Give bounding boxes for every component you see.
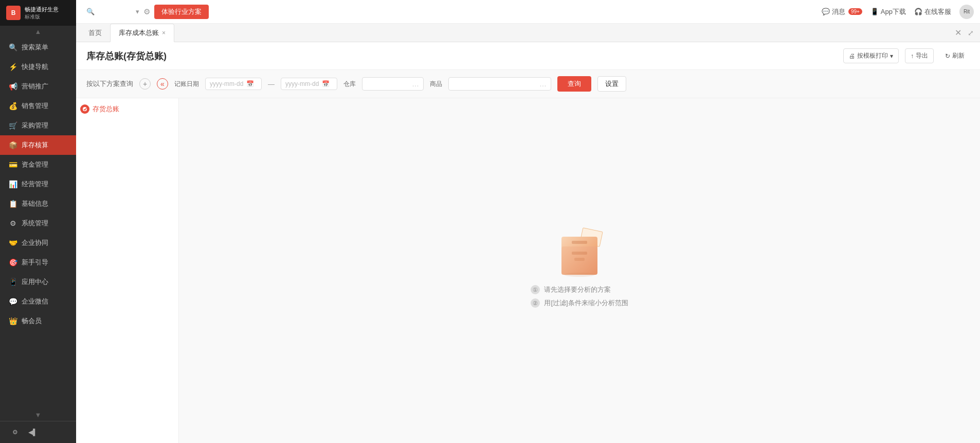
- empty-state: ① 请先选择要分析的方案 ② 用[过滤]条件来缩小分析范围: [179, 98, 980, 443]
- page-content: 库存总账(存货总账) 🖨 按模板打印 ▾ ↑ 导出 ↻ 刷新 按以下方案查询: [76, 42, 980, 443]
- scroll-up-btn[interactable]: ▲: [0, 26, 76, 38]
- calendar-from-icon: 📅: [246, 80, 254, 87]
- empty-box-shadow: [564, 273, 595, 277]
- sidebar-item-quicknav[interactable]: ⚡ 快捷导航: [0, 57, 76, 77]
- sidebar-footer: ⚙ ◀▌: [0, 421, 76, 443]
- topbar-search[interactable]: 🔍: [82, 6, 132, 17]
- sidebar-item-system[interactable]: ⚙ 系统管理: [0, 214, 76, 233]
- page-title: 库存总账(存货总账): [86, 50, 167, 62]
- basic-icon: 📋: [8, 199, 17, 208]
- empty-hint-1: ① 请先选择要分析的方案: [531, 285, 628, 294]
- tab-close-btn[interactable]: ×: [162, 29, 166, 37]
- app-download-btn[interactable]: 📱 App下载: [870, 7, 906, 16]
- sidebar-item-basic[interactable]: 📋 基础信息: [0, 194, 76, 214]
- refresh-btn[interactable]: ↻ 刷新: [940, 49, 970, 63]
- message-btn[interactable]: 💬 消息 99+: [822, 7, 862, 16]
- print-dropdown-icon: ▾: [890, 52, 893, 60]
- export-btn[interactable]: ↑ 导出: [905, 48, 934, 63]
- date-range-label: 记账日期: [174, 80, 199, 88]
- date-separator: —: [268, 80, 275, 88]
- purchase-icon: 🛒: [8, 121, 17, 130]
- sidebar-item-operations[interactable]: 📊 经营管理: [0, 174, 76, 194]
- marketing-icon: 📢: [8, 82, 17, 91]
- expand-btn[interactable]: ⤢: [966, 29, 976, 37]
- body-row: 存货总账: [76, 98, 980, 443]
- enterprise-icon: 🤝: [8, 238, 17, 247]
- scheme-icon: [80, 104, 89, 114]
- warehouse-label: 仓库: [343, 80, 356, 88]
- export-icon: ↑: [911, 52, 914, 60]
- goods-more-icon: …: [539, 80, 547, 88]
- settings-footer-btn[interactable]: ⚙: [8, 427, 24, 438]
- print-btn[interactable]: 🖨 按模板打印 ▾: [843, 48, 899, 63]
- sidebar-item-marketing[interactable]: 📢 营销推广: [0, 77, 76, 96]
- message-badge: 99+: [848, 8, 862, 15]
- side-panel-scroll: 存货总账: [76, 98, 178, 443]
- close-global-btn[interactable]: ✕: [951, 28, 966, 38]
- goods-select[interactable]: …: [448, 77, 551, 91]
- scroll-down-btn[interactable]: ▼: [0, 409, 76, 421]
- print-icon: 🖨: [849, 52, 855, 60]
- headset-icon: 🎧: [914, 8, 922, 15]
- operations-icon: 📊: [8, 180, 17, 189]
- app-download-icon: 📱: [870, 8, 879, 15]
- filter-collapse-btn[interactable]: «: [157, 78, 168, 90]
- topbar-dropdown-btn[interactable]: ▾: [136, 8, 139, 15]
- refresh-icon: ↻: [945, 52, 950, 60]
- system-icon: ⚙: [8, 219, 17, 228]
- tab-inventory-ledger[interactable]: 库存成本总账 ×: [110, 24, 174, 42]
- search-icon: 🔍: [8, 43, 17, 52]
- sidebar-item-apps[interactable]: 📱 应用中心: [0, 272, 76, 292]
- sidebar-item-inventory[interactable]: 📦 库存核算: [0, 135, 76, 155]
- filter-label: 按以下方案查询: [86, 79, 133, 88]
- sidebar-item-enterprise[interactable]: 🤝 企业协同: [0, 233, 76, 253]
- calendar-to-icon: 📅: [322, 80, 330, 87]
- page-header: 库存总账(存货总账) 🖨 按模板打印 ▾ ↑ 导出 ↻ 刷新: [76, 42, 980, 70]
- empty-hints: ① 请先选择要分析的方案 ② 用[过滤]条件来缩小分析范围: [531, 285, 628, 308]
- member-icon: 👑: [8, 316, 17, 326]
- query-button[interactable]: 查询: [557, 76, 591, 92]
- empty-hint-2: ② 用[过滤]条件来缩小分析范围: [531, 298, 628, 308]
- sidebar-item-sales[interactable]: 💰 销售管理: [0, 96, 76, 116]
- sales-icon: 💰: [8, 101, 17, 111]
- filter-add-btn[interactable]: +: [139, 78, 151, 90]
- empty-box: [556, 234, 603, 275]
- user-avatar[interactable]: Rit: [959, 5, 974, 19]
- wechat-icon: 💬: [8, 297, 17, 306]
- topbar-settings-btn[interactable]: ⚙: [143, 7, 150, 16]
- settings-button[interactable]: 设置: [597, 76, 626, 92]
- sidebar-nav: 🔍 搜索菜单 ⚡ 快捷导航 📢 营销推广 💰 销售管理 🛒 采购管理 📦 库存核…: [0, 38, 76, 409]
- solution-button[interactable]: 体验行业方案: [154, 5, 209, 19]
- side-panel: 存货总账: [76, 98, 179, 443]
- sidebar: B 畅捷通好生意 标准版 ▲ 🔍 搜索菜单 ⚡ 快捷导航 📢 营销推广 💰 销售…: [0, 0, 76, 443]
- collapse-sidebar-btn[interactable]: ◀▌: [24, 427, 44, 438]
- warehouse-more-icon: …: [412, 80, 419, 88]
- toggle-sidebar-icon: ◀▌: [28, 429, 38, 436]
- guide-icon: 🎯: [8, 258, 17, 267]
- tab-home[interactable]: 首页: [80, 24, 110, 42]
- online-service-btn[interactable]: 🎧 在线客服: [914, 7, 951, 16]
- filter-row: 记账日期 yyyy-mm-dd 📅 — yyyy-mm-dd 📅 仓库 … 商: [174, 76, 970, 92]
- sidebar-item-finance[interactable]: 💳 资金管理: [0, 155, 76, 174]
- date-from-input[interactable]: yyyy-mm-dd 📅: [205, 78, 262, 90]
- goods-label: 商品: [430, 80, 442, 88]
- quicknav-icon: ⚡: [8, 62, 17, 72]
- settings-footer-icon: ⚙: [12, 429, 18, 436]
- app-logo: B 畅捷通好生意 标准版: [0, 0, 76, 26]
- topbar-right: 💬 消息 99+ 📱 App下载 🎧 在线客服 Rit: [822, 5, 974, 19]
- logo-text: 畅捷通好生意 标准版: [25, 6, 59, 20]
- logo-icon: B: [6, 6, 21, 20]
- empty-box-body: [561, 246, 597, 275]
- apps-icon: 📱: [8, 277, 17, 287]
- sidebar-item-purchase[interactable]: 🛒 采购管理: [0, 116, 76, 135]
- sidebar-item-guide[interactable]: 🎯 新手引导: [0, 253, 76, 272]
- warehouse-select[interactable]: …: [362, 77, 424, 91]
- sidebar-item-member[interactable]: 👑 畅会员: [0, 311, 76, 331]
- scheme-item-inventory[interactable]: 存货总账: [76, 102, 178, 116]
- sidebar-item-wechat[interactable]: 💬 企业微信: [0, 292, 76, 311]
- filter-bar: 按以下方案查询 + « 记账日期 yyyy-mm-dd 📅 — yyyy-mm-…: [76, 70, 980, 98]
- topbar: 🔍 ▾ ⚙ 体验行业方案 💬 消息 99+ 📱 App下载 🎧 在线客服 Rit: [76, 0, 980, 24]
- sidebar-item-search[interactable]: 🔍 搜索菜单: [0, 38, 76, 57]
- date-to-input[interactable]: yyyy-mm-dd 📅: [281, 78, 337, 90]
- page-header-actions: 🖨 按模板打印 ▾ ↑ 导出 ↻ 刷新: [843, 48, 970, 63]
